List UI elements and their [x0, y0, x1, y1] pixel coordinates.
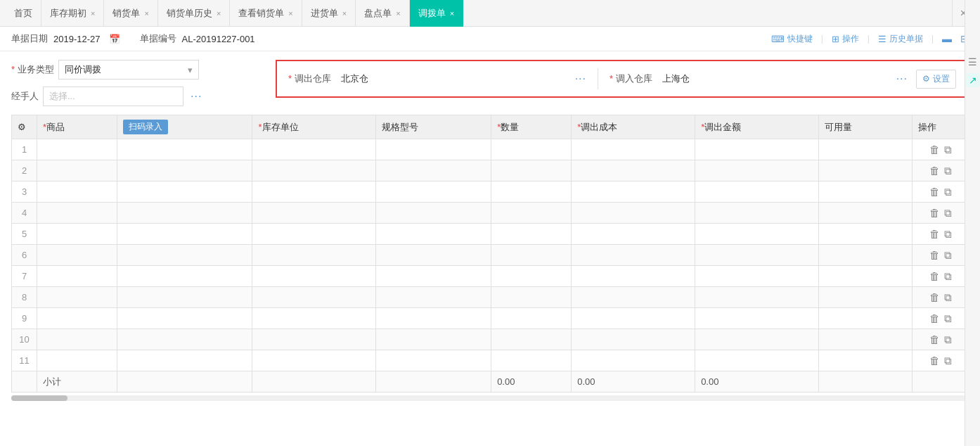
row-8-qty[interactable]: [491, 287, 572, 308]
row-10-product[interactable]: [37, 329, 117, 350]
col-header-scan[interactable]: 扫码录入: [117, 115, 252, 139]
tab-sales-order-close[interactable]: ×: [144, 9, 148, 18]
row-7-unit[interactable]: [252, 266, 376, 287]
row-7-amount[interactable]: [695, 266, 819, 287]
handler-select[interactable]: 选择...: [43, 87, 183, 106]
delete-icon-3[interactable]: 🗑: [929, 186, 940, 198]
row-11-unit[interactable]: [252, 350, 376, 371]
warehouse-in-more-btn[interactable]: ···: [896, 72, 908, 85]
row-7-cost[interactable]: [572, 266, 695, 287]
row-4-spec[interactable]: [376, 203, 491, 224]
row-3-cost[interactable]: [572, 181, 695, 203]
row-8-spec[interactable]: [376, 287, 491, 308]
row-4-product[interactable]: [37, 203, 117, 224]
copy-icon-9[interactable]: ⧉: [944, 312, 952, 325]
tab-transfer[interactable]: 调拨单 ×: [410, 0, 463, 27]
row-8-unit[interactable]: [252, 287, 376, 308]
layout-btn1[interactable]: ▬: [942, 33, 952, 44]
row-5-amount[interactable]: [695, 224, 819, 245]
row-6-amount[interactable]: [695, 245, 819, 266]
row-9-cost[interactable]: [572, 308, 695, 329]
delete-icon-4[interactable]: 🗑: [929, 207, 940, 219]
row-2-product[interactable]: [37, 160, 117, 181]
warehouse-out-more-btn[interactable]: ···: [575, 72, 586, 85]
row-6-cost[interactable]: [572, 245, 695, 266]
row-4-qty[interactable]: [491, 203, 572, 224]
copy-icon-10[interactable]: ⧉: [944, 333, 952, 346]
row-1-unit[interactable]: [252, 139, 376, 160]
row-6-product[interactable]: [37, 245, 117, 266]
row-5-qty[interactable]: [491, 224, 572, 245]
tab-inventory-init-close[interactable]: ×: [91, 9, 95, 18]
row-11-qty[interactable]: [491, 350, 572, 371]
row-4-unit[interactable]: [252, 203, 376, 224]
history-button[interactable]: ☰ 历史单据: [878, 33, 923, 45]
row-4-cost[interactable]: [572, 203, 695, 224]
tab-sales-history[interactable]: 销货单历史 ×: [158, 0, 230, 27]
row-10-cost[interactable]: [572, 329, 695, 350]
row-8-cost[interactable]: [572, 287, 695, 308]
copy-icon-4[interactable]: ⧉: [944, 207, 952, 219]
row-2-unit[interactable]: [252, 160, 376, 181]
row-3-amount[interactable]: [695, 181, 819, 203]
tab-stocktake-close[interactable]: ×: [396, 9, 400, 18]
copy-icon-7[interactable]: ⧉: [944, 270, 952, 283]
row-11-product[interactable]: [37, 350, 117, 371]
delete-icon-10[interactable]: 🗑: [929, 333, 940, 346]
row-7-qty[interactable]: [491, 266, 572, 287]
row-11-cost[interactable]: [572, 350, 695, 371]
settings-button[interactable]: ⚙ 设置: [916, 70, 956, 89]
tab-transfer-close[interactable]: ×: [450, 9, 454, 18]
tab-sales-order[interactable]: 销货单 ×: [104, 0, 157, 27]
tab-view-sales[interactable]: 查看销货单 ×: [230, 0, 302, 27]
copy-icon-11[interactable]: ⧉: [944, 355, 952, 367]
delete-icon-8[interactable]: 🗑: [929, 291, 940, 304]
scan-button[interactable]: 扫码录入: [123, 120, 168, 134]
row-9-spec[interactable]: [376, 308, 491, 329]
tab-sales-history-close[interactable]: ×: [217, 9, 221, 18]
row-9-unit[interactable]: [252, 308, 376, 329]
row-1-spec[interactable]: [376, 139, 491, 160]
tab-purchase-close[interactable]: ×: [342, 9, 347, 18]
col-header-gear[interactable]: ⚙: [12, 115, 37, 139]
horizontal-scrollbar[interactable]: [11, 395, 969, 401]
delete-icon-9[interactable]: 🗑: [929, 312, 940, 325]
row-3-unit[interactable]: [252, 181, 376, 203]
delete-icon-2[interactable]: 🗑: [929, 165, 940, 177]
row-10-unit[interactable]: [252, 329, 376, 350]
scroll-thumb[interactable]: [11, 395, 67, 401]
row-5-unit[interactable]: [252, 224, 376, 245]
delete-icon-1[interactable]: 🗑: [929, 144, 940, 156]
row-7-product[interactable]: [37, 266, 117, 287]
row-5-cost[interactable]: [572, 224, 695, 245]
row-9-qty[interactable]: [491, 308, 572, 329]
calendar-icon[interactable]: 📅: [109, 34, 120, 44]
row-9-product[interactable]: [37, 308, 117, 329]
row-6-unit[interactable]: [252, 245, 376, 266]
copy-icon-3[interactable]: ⧉: [944, 186, 952, 198]
row-5-product[interactable]: [37, 224, 117, 245]
tab-stocktake[interactable]: 盘点单 ×: [356, 0, 409, 27]
copy-icon-8[interactable]: ⧉: [944, 291, 952, 304]
row-6-qty[interactable]: [491, 245, 572, 266]
copy-icon-2[interactable]: ⧉: [944, 165, 952, 177]
delete-icon-5[interactable]: 🗑: [929, 228, 940, 241]
shortcut-button[interactable]: ⌨ 快捷键: [771, 33, 813, 45]
row-7-spec[interactable]: [376, 266, 491, 287]
row-1-product[interactable]: [37, 139, 117, 160]
row-3-product[interactable]: [37, 181, 117, 203]
row-1-amount[interactable]: [695, 139, 819, 160]
row-5-spec[interactable]: [376, 224, 491, 245]
row-2-amount[interactable]: [695, 160, 819, 181]
row-4-amount[interactable]: [695, 203, 819, 224]
sidebar-export-icon[interactable]: ↗: [966, 73, 980, 87]
row-3-spec[interactable]: [376, 181, 491, 203]
row-8-product[interactable]: [37, 287, 117, 308]
delete-icon-11[interactable]: 🗑: [929, 355, 940, 367]
row-10-qty[interactable]: [491, 329, 572, 350]
business-type-select[interactable]: 同价调拨 ▾: [58, 60, 199, 79]
row-2-spec[interactable]: [376, 160, 491, 181]
tab-view-sales-close[interactable]: ×: [288, 9, 292, 18]
row-11-spec[interactable]: [376, 350, 491, 371]
row-3-qty[interactable]: [491, 181, 572, 203]
